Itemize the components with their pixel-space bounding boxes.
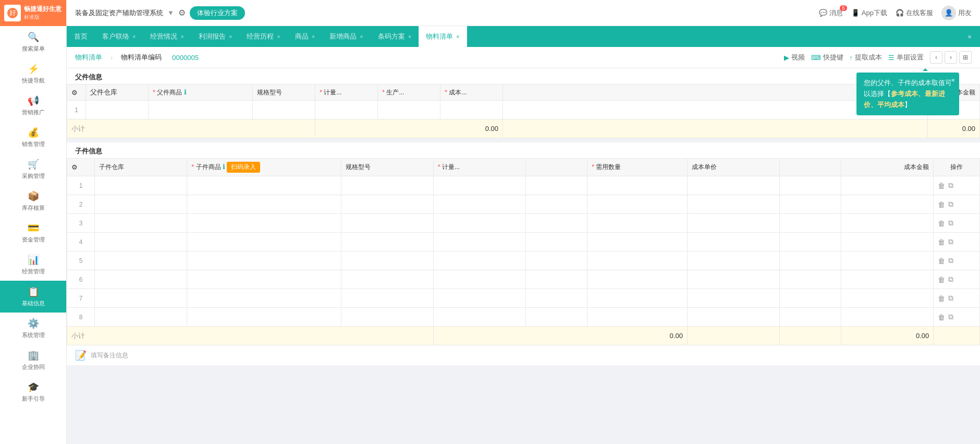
child-row-4-quantity[interactable] (587, 233, 687, 251)
child-row-6-spec[interactable] (341, 270, 433, 289)
delete-icon-2[interactable]: 🗑 (938, 200, 945, 209)
tab-customer-close[interactable]: × (132, 33, 136, 40)
tabs-close-btn[interactable]: × (959, 26, 980, 47)
shortcut-btn[interactable]: ⌨ 快捷键 (811, 53, 843, 62)
tab-operation-status[interactable]: 经营情况 × (143, 26, 191, 47)
child-gear-icon[interactable]: ⚙ (71, 163, 78, 171)
child-row-7-unit-cost[interactable] (687, 289, 779, 308)
app-download-btn[interactable]: 📱 App下载 (851, 8, 887, 18)
child-row-4-unit-cost[interactable] (687, 233, 779, 251)
child-row-3-unit[interactable] (433, 214, 525, 233)
online-service-btn[interactable]: 🎧 在线客服 (896, 8, 933, 18)
child-row-8-spec[interactable] (341, 308, 433, 327)
copy-icon-1[interactable]: ⧉ (948, 181, 953, 190)
child-row-7-unit[interactable] (433, 289, 525, 308)
child-row-1-unit-cost[interactable] (687, 176, 779, 195)
parent-row-1-production[interactable] (378, 101, 440, 119)
sidebar-item-quick-nav[interactable]: ⚡ 快捷导航 (0, 58, 66, 90)
child-row-2-product[interactable] (187, 195, 341, 214)
child-row-3-product[interactable] (187, 214, 341, 233)
sidebar-item-basic[interactable]: 📋 基础信息 (0, 281, 66, 313)
child-row-4-spec[interactable] (341, 233, 433, 251)
tab-profit-close[interactable]: × (229, 33, 232, 40)
sidebar-item-inventory[interactable]: 📦 库存核算 (0, 185, 66, 217)
child-row-5-quantity[interactable] (587, 251, 687, 270)
child-row-4-product[interactable] (187, 233, 341, 251)
child-row-1-spec[interactable] (341, 176, 433, 195)
child-row-4-unit[interactable] (433, 233, 525, 251)
child-row-4-warehouse[interactable] (95, 233, 187, 251)
child-row-6-unit[interactable] (433, 270, 525, 289)
sidebar-item-marketing[interactable]: 📢 营销推广 (0, 90, 66, 122)
tab-bom[interactable]: 物料清单 × (419, 26, 467, 47)
child-row-2-spec[interactable] (341, 195, 433, 214)
delete-icon-5[interactable]: 🗑 (938, 257, 945, 265)
tab-product[interactable]: 商品 × (288, 26, 322, 47)
sidebar-item-system[interactable]: ⚙️ 系统管理 (0, 313, 66, 344)
child-row-1-product[interactable] (187, 176, 341, 195)
nav-next-btn[interactable]: › (945, 51, 957, 64)
tab-profit[interactable]: 利润报告 × (191, 26, 239, 47)
tab-new-product[interactable]: 新增商品 × (322, 26, 370, 47)
child-row-5-unit[interactable] (433, 251, 525, 270)
copy-icon-5[interactable]: ⧉ (948, 256, 953, 265)
child-row-8-unit-cost[interactable] (687, 308, 779, 327)
sidebar-item-operation[interactable]: 📊 经营管理 (0, 249, 66, 281)
tooltip-close-btn[interactable]: × (951, 76, 955, 86)
child-row-1-unit[interactable] (433, 176, 525, 195)
breadcrumb-parent[interactable]: 物料清单 (75, 53, 102, 62)
tab-history[interactable]: 经营历程 × (239, 26, 287, 47)
copy-icon-7[interactable]: ⧉ (948, 294, 953, 303)
child-row-2-warehouse[interactable] (95, 195, 187, 214)
child-row-8-warehouse[interactable] (95, 308, 187, 327)
parent-row-1-spec[interactable] (253, 101, 315, 119)
message-btn[interactable]: 💬 消息 6 (819, 8, 843, 18)
tab-customer[interactable]: 客户联络 × (95, 26, 143, 47)
parent-row-1-product[interactable] (149, 101, 253, 119)
video-btn[interactable]: ▶ 视频 (784, 53, 805, 62)
extract-cost-btn[interactable]: ↑ 提取成本 (850, 53, 883, 62)
child-row-1-quantity[interactable] (587, 176, 687, 195)
sidebar-item-purchase[interactable]: 🛒 采购管理 (0, 153, 66, 185)
tab-home[interactable]: 首页 (67, 26, 95, 47)
parent-row-1-unit[interactable] (315, 101, 378, 119)
delete-icon-3[interactable]: 🗑 (938, 219, 945, 227)
delete-icon-4[interactable]: 🗑 (938, 238, 945, 246)
trial-btn[interactable]: 体验行业方案 (190, 6, 245, 20)
child-row-3-warehouse[interactable] (95, 214, 187, 233)
sidebar-item-search[interactable]: 🔍 搜索菜单 (0, 26, 66, 58)
gear-icon[interactable]: ⚙ (71, 89, 78, 97)
child-row-2-unit-cost[interactable] (687, 195, 779, 214)
child-row-7-product[interactable] (187, 289, 341, 308)
copy-icon-8[interactable]: ⧉ (948, 313, 953, 321)
child-row-1-warehouse[interactable] (95, 176, 187, 195)
copy-icon-4[interactable]: ⧉ (948, 237, 953, 246)
single-settings-btn[interactable]: ☰ 单据设置 (888, 53, 924, 62)
child-row-3-quantity[interactable] (587, 214, 687, 233)
nav-expand-btn[interactable]: ⊞ (959, 51, 972, 64)
copy-icon-2[interactable]: ⧉ (948, 200, 953, 209)
sidebar-item-finance[interactable]: 💳 资金管理 (0, 217, 66, 249)
child-row-5-warehouse[interactable] (95, 251, 187, 270)
delete-icon-6[interactable]: 🗑 (938, 275, 945, 284)
tab-history-close[interactable]: × (277, 33, 280, 40)
child-row-6-warehouse[interactable] (95, 270, 187, 289)
sidebar-item-guide[interactable]: 🎓 新手引导 (0, 376, 66, 408)
child-row-8-quantity[interactable] (587, 308, 687, 327)
parent-row-1-warehouse[interactable] (86, 101, 149, 119)
sidebar-item-enterprise[interactable]: 🏢 企业协同 (0, 344, 66, 376)
nav-prev-btn[interactable]: ‹ (930, 51, 942, 64)
child-row-5-product[interactable] (187, 251, 341, 270)
child-row-6-product[interactable] (187, 270, 341, 289)
child-row-2-quantity[interactable] (587, 195, 687, 214)
child-row-6-unit-cost[interactable] (687, 270, 779, 289)
sidebar-item-sales[interactable]: 💰 销售管理 (0, 122, 66, 153)
child-row-3-unit-cost[interactable] (687, 214, 779, 233)
tab-barcode-close[interactable]: × (408, 33, 411, 40)
child-row-7-quantity[interactable] (587, 289, 687, 308)
child-row-8-unit[interactable] (433, 308, 525, 327)
tab-new-product-close[interactable]: × (360, 33, 363, 40)
child-row-3-spec[interactable] (341, 214, 433, 233)
parent-row-1-cost[interactable] (440, 101, 503, 119)
tab-bom-close[interactable]: × (456, 33, 459, 40)
